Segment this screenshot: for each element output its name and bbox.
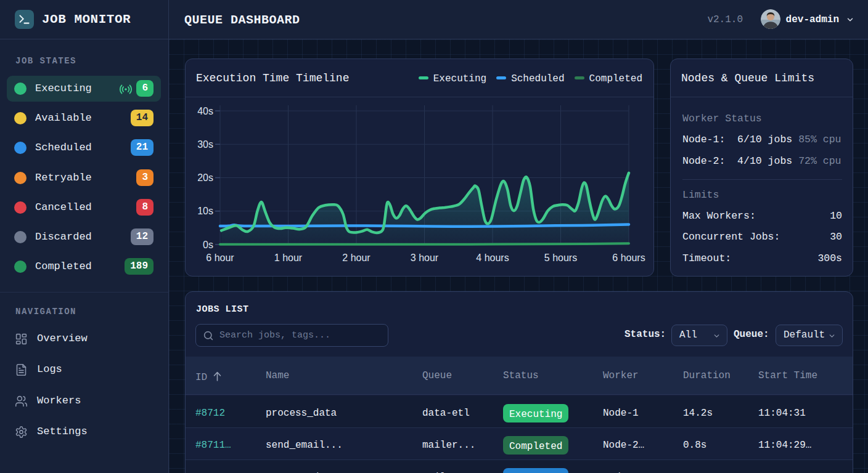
svg-text:5 hours: 5 hours — [544, 253, 577, 263]
svg-text:30s: 30s — [197, 139, 213, 150]
svg-text:1 hour: 1 hour — [274, 253, 303, 263]
svg-text:40s: 40s — [197, 106, 213, 116]
svg-text:6 hour: 6 hour — [206, 253, 234, 263]
svg-text:0s: 0s — [203, 240, 213, 250]
svg-text:10s: 10s — [197, 206, 213, 216]
svg-text:2 hour: 2 hour — [342, 253, 371, 263]
svg-text:20s: 20s — [197, 172, 213, 183]
svg-text:6 hours: 6 hours — [612, 253, 645, 263]
svg-text:4 hours: 4 hours — [476, 253, 509, 263]
svg-text:3 hour: 3 hour — [411, 253, 439, 263]
